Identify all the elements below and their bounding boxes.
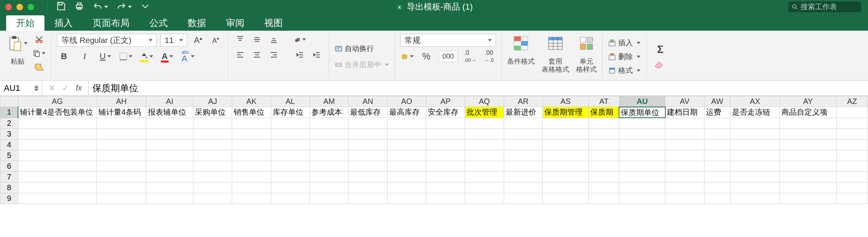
decrease-indent-button[interactable] [293,49,306,61]
cell-AQ7[interactable] [465,171,504,182]
cell-AZ5[interactable] [836,150,868,161]
cell-AL7[interactable] [271,171,310,182]
cell-AX2[interactable] [730,118,780,128]
cell-AP5[interactable] [426,150,465,161]
cell-AN3[interactable] [349,128,387,139]
cell-AT7[interactable] [589,171,619,182]
cell-AI3[interactable] [146,128,193,139]
cell-AV7[interactable] [665,171,704,182]
cell-AI4[interactable] [146,139,193,150]
cell-AQ9[interactable] [465,193,504,204]
underline-button[interactable]: U [98,51,112,62]
cell-AK5[interactable] [232,150,271,161]
cell-AG7[interactable] [18,171,97,182]
cell-AR1[interactable]: 最新进价 [504,107,542,118]
qat-customize-icon[interactable] [140,1,150,13]
align-center-button[interactable] [251,49,264,61]
cell-AP8[interactable] [426,182,465,193]
fx-icon[interactable]: fx [76,84,82,92]
row-header-4[interactable]: 4 [0,139,18,150]
column-header-AG[interactable]: AG [18,96,97,107]
format-cells-button[interactable]: 格式 [608,65,641,76]
cell-AZ4[interactable] [836,139,868,150]
number-format-select[interactable]: 常规 [400,34,496,47]
cell-AS6[interactable] [542,161,589,171]
cell-AS3[interactable] [542,128,589,139]
cell-AV9[interactable] [665,193,704,204]
cell-AO9[interactable] [387,193,426,204]
cell-AM5[interactable] [310,150,348,161]
column-header-AZ[interactable]: AZ [836,96,868,107]
cell-AO7[interactable] [387,171,426,182]
cell-AH5[interactable] [97,150,146,161]
cell-AQ1[interactable]: 批次管理 [465,107,504,118]
orientation-button[interactable]: ab [293,34,306,45]
cell-AO6[interactable] [387,161,426,171]
cell-AR6[interactable] [504,161,542,171]
cell-AU3[interactable] [619,128,665,139]
minimize-window-button[interactable] [16,4,23,10]
cell-AK6[interactable] [232,161,271,171]
column-header-AS[interactable]: AS [542,96,589,107]
cell-AN2[interactable] [349,118,387,128]
column-header-AK[interactable]: AK [232,96,271,107]
cell-AN5[interactable] [349,150,387,161]
cell-AT2[interactable] [589,118,619,128]
cell-AZ7[interactable] [836,171,868,182]
cell-AI9[interactable] [146,193,193,204]
delete-cells-button[interactable]: 删除 [608,51,641,62]
cell-AK1[interactable]: 销售单位 [232,107,271,118]
cell-AZ3[interactable] [836,128,868,139]
cell-AO3[interactable] [387,128,426,139]
percent-button[interactable]: % [419,51,433,62]
cell-AI8[interactable] [146,182,193,193]
cell-AP6[interactable] [426,161,465,171]
cell-AT4[interactable] [589,139,619,150]
cell-AG8[interactable] [18,182,97,193]
cell-AX8[interactable] [730,182,780,193]
cell-AX1[interactable]: 是否走冻链 [730,107,780,118]
cell-AP3[interactable] [426,128,465,139]
cell-AR7[interactable] [504,171,542,182]
cell-AX6[interactable] [730,161,780,171]
cell-AW5[interactable] [704,150,730,161]
cell-AG4[interactable] [18,139,97,150]
column-header-AV[interactable]: AV [665,96,704,107]
bold-button[interactable]: B [57,51,71,62]
column-header-AQ[interactable]: AQ [465,96,504,107]
tab-page-layout[interactable]: 页面布局 [83,15,139,31]
comma-button[interactable]: 000 [439,51,458,62]
cell-AL8[interactable] [271,182,310,193]
cell-AY7[interactable] [780,171,836,182]
cell-AR4[interactable] [504,139,542,150]
paste-button[interactable] [8,34,28,53]
cell-AO5[interactable] [387,150,426,161]
cell-AR8[interactable] [504,182,542,193]
cell-AJ4[interactable] [193,139,232,150]
cell-AX9[interactable] [730,193,780,204]
cell-AW4[interactable] [704,139,730,150]
cell-AS5[interactable] [542,150,589,161]
cell-AI7[interactable] [146,171,193,182]
cell-AN7[interactable] [349,171,387,182]
cell-AK4[interactable] [232,139,271,150]
cell-AQ3[interactable] [465,128,504,139]
cell-AY2[interactable] [780,118,836,128]
cell-AH6[interactable] [97,161,146,171]
cell-AP2[interactable] [426,118,465,128]
insert-cells-button[interactable]: 插入 [608,38,641,48]
cell-AT3[interactable] [589,128,619,139]
enter-formula-icon[interactable]: ✓ [62,83,69,93]
cell-AG6[interactable] [18,161,97,171]
align-top-button[interactable] [234,34,247,45]
cell-AZ2[interactable] [836,118,868,128]
cell-AY8[interactable] [780,182,836,193]
cell-AP9[interactable] [426,193,465,204]
cell-AU2[interactable] [619,118,665,128]
cell-AT1[interactable]: 保质期 [589,107,619,118]
cell-AQ4[interactable] [465,139,504,150]
cell-AJ7[interactable] [193,171,232,182]
align-right-button[interactable] [267,49,280,61]
column-header-AM[interactable]: AM [310,96,348,107]
column-header-AT[interactable]: AT [589,96,619,107]
